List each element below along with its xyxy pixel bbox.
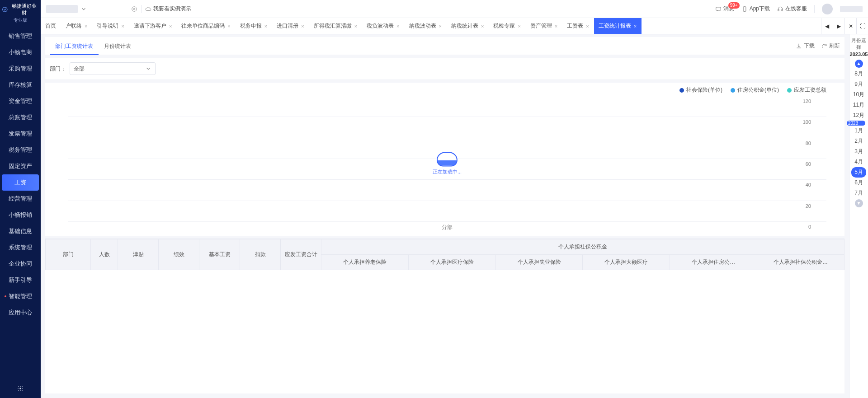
table-subheader: 个人承担医疗保险 bbox=[408, 255, 495, 270]
sidebar-item-17[interactable]: 应用中心 bbox=[0, 304, 41, 321]
tab-11[interactable]: 税检专家× bbox=[489, 18, 525, 34]
tabs-prev-button[interactable]: ◀ bbox=[821, 18, 833, 34]
headset-icon bbox=[777, 6, 783, 12]
sidebar-item-8[interactable]: 固定资产 bbox=[0, 158, 41, 174]
app-download-button[interactable]: App下载 bbox=[741, 5, 770, 13]
table-subheader: 个人承担大额医疗 bbox=[583, 255, 670, 270]
subtab-0[interactable]: 部门工资统计表 bbox=[50, 37, 99, 55]
sidebar-item-4[interactable]: 资金管理 bbox=[0, 93, 41, 109]
month-option-11[interactable]: 7月 bbox=[849, 188, 868, 198]
tab-close-icon[interactable]: × bbox=[227, 23, 230, 29]
org-settings-button[interactable] bbox=[131, 6, 137, 12]
logo-block: 畅捷通好业财 专业版 bbox=[0, 0, 41, 24]
legend-item-2[interactable]: 应发工资总额 bbox=[787, 86, 826, 94]
month-option-10[interactable]: 6月 bbox=[849, 178, 868, 188]
sidebar-item-10[interactable]: 经营管理 bbox=[0, 191, 41, 207]
refresh-button[interactable]: 刷新 bbox=[821, 42, 840, 50]
sidebar-settings[interactable] bbox=[0, 382, 41, 398]
avatar[interactable] bbox=[822, 4, 833, 14]
online-service-button[interactable]: 在线客服 bbox=[777, 5, 807, 13]
sidebar-item-13[interactable]: 系统管理 bbox=[0, 239, 41, 256]
tab-close-icon[interactable]: × bbox=[634, 23, 637, 29]
download-icon bbox=[796, 43, 802, 49]
tab-12[interactable]: 资产管理× bbox=[526, 18, 562, 34]
month-option-1[interactable]: 9月 bbox=[849, 79, 868, 89]
tab-close-icon[interactable]: × bbox=[169, 23, 172, 29]
month-option-8[interactable]: 4月 bbox=[849, 157, 868, 167]
month-prev-button[interactable]: ▲ bbox=[855, 60, 863, 68]
tab-5[interactable]: 税务申报× bbox=[236, 18, 272, 34]
tab-close-icon[interactable]: × bbox=[439, 23, 442, 29]
tab-close-icon[interactable]: × bbox=[586, 23, 589, 29]
month-option-5[interactable]: 1月 bbox=[849, 126, 868, 136]
messages-button[interactable]: 消息 99+ bbox=[715, 5, 734, 13]
message-icon bbox=[715, 6, 722, 12]
table-header: 人数 bbox=[91, 239, 118, 270]
sidebar-item-16[interactable]: 智能管理 bbox=[0, 288, 41, 304]
month-option-0[interactable]: 8月 bbox=[849, 69, 868, 79]
sidebar-item-14[interactable]: 企业协同 bbox=[0, 256, 41, 272]
demo-link[interactable]: 我要看实例演示 bbox=[145, 5, 191, 13]
download-button[interactable]: 下载 bbox=[796, 42, 815, 50]
tab-close-icon[interactable]: × bbox=[518, 23, 520, 29]
sidebar-item-7[interactable]: 税务管理 bbox=[0, 142, 41, 158]
legend-item-0[interactable]: 社会保险(单位) bbox=[679, 86, 722, 94]
tab-0[interactable]: 首页 bbox=[41, 18, 61, 34]
tab-10[interactable]: 纳税统计表× bbox=[447, 18, 489, 34]
sidebar-item-15[interactable]: 新手引导 bbox=[0, 272, 41, 288]
tab-2[interactable]: 引导说明× bbox=[92, 18, 129, 34]
subtab-1[interactable]: 月份统计表 bbox=[99, 37, 137, 55]
month-next-button[interactable]: ▼ bbox=[855, 199, 863, 207]
tab-13[interactable]: 工资表× bbox=[562, 18, 594, 34]
tab-9[interactable]: 纳税波动表× bbox=[405, 18, 447, 34]
svg-point-1 bbox=[19, 388, 21, 389]
month-option-9[interactable]: 5月 bbox=[851, 167, 866, 178]
table-subheader: 个人承担社保公积金… bbox=[757, 255, 844, 270]
org-selector[interactable] bbox=[46, 5, 127, 13]
tab-close-icon[interactable]: × bbox=[555, 23, 557, 29]
tab-close-icon[interactable]: × bbox=[121, 23, 124, 29]
month-option-6[interactable]: 2月 bbox=[849, 136, 868, 146]
tab-8[interactable]: 税负波动表× bbox=[362, 18, 404, 34]
tab-4[interactable]: 往来单位商品编码× bbox=[177, 18, 235, 34]
tabs-next-button[interactable]: ▶ bbox=[833, 18, 844, 34]
tab-7[interactable]: 所得税汇算清缴× bbox=[309, 18, 362, 34]
tab-close-icon[interactable]: × bbox=[481, 23, 484, 29]
tab-close-icon[interactable]: × bbox=[354, 23, 357, 29]
table-header: 部门 bbox=[46, 239, 91, 270]
tab-close-icon[interactable]: × bbox=[396, 23, 399, 29]
month-option-4[interactable]: 12月 bbox=[849, 110, 868, 121]
sidebar-item-11[interactable]: 小畅报销 bbox=[0, 207, 41, 223]
table-header: 个人承担社保公积金 bbox=[321, 239, 844, 255]
sidebar-item-9[interactable]: 工资 bbox=[2, 174, 39, 191]
sidebar-item-3[interactable]: 库存核算 bbox=[0, 77, 41, 93]
sidebar-item-1[interactable]: 小畅电商 bbox=[0, 44, 41, 61]
tab-6[interactable]: 进口清册× bbox=[272, 18, 309, 34]
sidebar-item-12[interactable]: 基础信息 bbox=[0, 223, 41, 239]
legend-item-1[interactable]: 住房公积金(单位) bbox=[731, 86, 779, 94]
fullscreen-button[interactable]: ⛶ bbox=[856, 18, 868, 34]
sidebar-item-0[interactable]: 销售管理 bbox=[0, 28, 41, 44]
tab-3[interactable]: 邀请下游客户× bbox=[129, 18, 177, 34]
chart-block: 社会保险(单位)住房公积金(单位)应发工资总额 020406080100120 … bbox=[45, 83, 844, 236]
dept-select[interactable]: 全部 bbox=[70, 62, 156, 75]
month-option-7[interactable]: 3月 bbox=[849, 146, 868, 157]
tab-14[interactable]: 工资统计报表× bbox=[594, 18, 642, 34]
mobile-icon bbox=[741, 6, 748, 12]
tab-close-icon[interactable]: × bbox=[85, 23, 87, 29]
month-option-3[interactable]: 11月 bbox=[849, 100, 868, 110]
subtab-row: 部门工资统计表月份统计表 下载 刷新 bbox=[45, 37, 844, 55]
sidebar-item-5[interactable]: 总账管理 bbox=[0, 109, 41, 126]
sidebar-item-6[interactable]: 发票管理 bbox=[0, 126, 41, 142]
y-tick: 60 bbox=[797, 161, 811, 167]
svg-rect-4 bbox=[716, 7, 721, 10]
y-tick: 120 bbox=[797, 98, 811, 104]
chevron-down-icon bbox=[80, 6, 87, 12]
tab-close-icon[interactable]: × bbox=[301, 23, 304, 29]
tab-close-icon[interactable]: × bbox=[264, 23, 267, 29]
sidebar-item-2[interactable]: 采购管理 bbox=[0, 61, 41, 77]
tab-1[interactable]: 户联络× bbox=[61, 18, 92, 34]
month-option-2[interactable]: 10月 bbox=[849, 89, 868, 100]
tabs-close-all-button[interactable]: ✕ bbox=[844, 18, 856, 34]
table-header: 绩效 bbox=[159, 239, 199, 270]
